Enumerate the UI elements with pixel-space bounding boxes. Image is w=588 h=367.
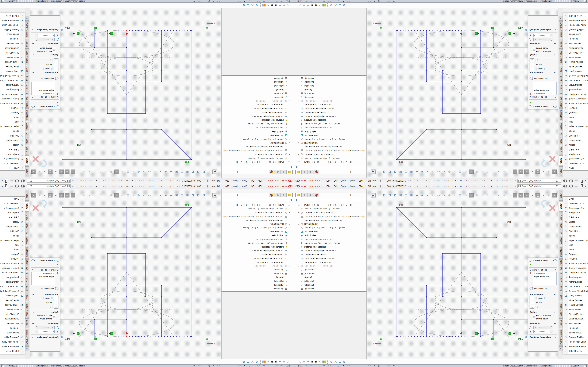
tree-item[interactable]: ▸ A ○25ИN◎◦∗А∗◎ИNА○◦○АNИ◎∗А∗◦◎NИ25○ [294,226,367,230]
headsup-toolbar-button[interactable]: ▭ [147,170,152,174]
flyout-menu-item[interactable]: ╱ Line [0,243,25,247]
flyout-menu-item[interactable]: ↻ Rotate Entities [0,303,25,307]
tree-item[interactable]: ▱ ○∗ИN◎♟+○◉[○◦○]◉○+♟◎NИ∗○ [221,249,294,253]
expand-chevron-icon[interactable] [32,29,34,31]
commandmanager-tab[interactable]: Data Migration [25,49,29,65]
flyout-menu-item[interactable]: ▪ Point [0,247,25,252]
tab-displaymanager[interactable] [313,170,319,174]
headsup-toolbar-button[interactable]: ∿ [120,170,124,174]
headsup-toolbar-button[interactable]: ▤ [458,193,462,197]
add-relation-fix[interactable]: ⚓Fix [30,305,60,309]
tree-item[interactable]: ▱ ○∗Жд6◦♟○◉[○◦○]◉○♟◦6дЖ∗○ [221,256,294,260]
headsup-toolbar-button[interactable]: # [37,193,41,197]
flyout-menu-item[interactable]: ◇ Polygon [563,257,588,261]
commandmanager-tab[interactable]: Weldments [25,96,29,108]
flyout-menu-item[interactable]: ◐ Silhouette Entities [0,344,25,349]
add-relation-horizontal[interactable]: ─Horizontal [528,296,558,300]
flyout-menu-item[interactable]: ∿ Style Spline [0,229,25,234]
flyout-menu-item[interactable]: ○ Circle [0,197,25,201]
tree-item[interactable]: ✎ ○25·∩∗♟АМ○◦○МА♟∗∩·25○ [221,126,294,130]
checkbox[interactable] [533,314,535,317]
flyout-menu-item[interactable]: ⊡ Copy Entities [0,293,25,298]
flyout-menu-item[interactable]: ∿ Style Spline [563,133,588,138]
menu-item[interactable]: Window [210,184,222,189]
menu-item[interactable]: Edit [249,178,256,184]
tree-item[interactable]: ▸ A ○25ИN◎◦∗А∗◎ИNА○◦○АNИ◎∗А∗◦◎NИ25○ [221,137,294,141]
search-icon[interactable] [30,180,32,182]
flyout-menu-item[interactable]: ⌒ Tangent Arc [563,210,588,215]
tab-configurationmanager[interactable]: ⊕ [307,170,313,174]
tree-item[interactable]: ▦ (-) Sketch2 [294,92,367,95]
menu-item[interactable]: Window [366,184,378,189]
checkbox[interactable] [533,50,535,53]
tree-item[interactable]: ◔ ○25♟◎25ИN3Є25○◦○253ЄNИ25◎♟25○ [294,145,367,149]
expand-arrow-icon[interactable]: ▸ [297,212,300,213]
toolbar-icon[interactable]: ◷ [251,4,254,7]
headsup-toolbar-button[interactable]: ◍ [447,193,451,197]
angle-stepper[interactable] [35,34,37,37]
relation-entry[interactable]: Collinear108 [534,92,555,95]
flyout-menu-item[interactable]: ⊛ Circular Sketch Pattern [563,289,588,293]
headsup-toolbar-button[interactable]: ✂ [502,170,506,174]
commandmanager-tab[interactable]: Features [559,190,563,201]
collapse-chevron-icon[interactable] [554,71,556,74]
headsup-toolbar-button[interactable]: ▭ [513,193,517,198]
headsup-toolbar-button[interactable]: ◆ [169,170,173,174]
tree-item[interactable]: ⌞ (-) Sketch4 [294,80,367,84]
headsup-toolbar-button[interactable]: ▶ [212,193,217,198]
toolbar-icon[interactable]: ✏ [307,360,310,363]
relation-entry[interactable]: Equal length109 [534,275,555,278]
toolbar-icon[interactable]: ¶ [319,4,320,7]
toolbar-icon[interactable] [328,360,328,364]
minimize-button[interactable] [10,186,13,186]
collapse-chevron-icon[interactable] [32,42,34,44]
toolbar-icon[interactable]: ▭ [339,360,341,363]
expand-arrow-icon[interactable]: ▸ [297,223,300,225]
flyout-menu-item[interactable]: ▭ Corner Rectangle [0,92,25,96]
expand-arrow-icon[interactable]: ▸ [288,138,291,140]
tree-item[interactable]: ∟ ○ИN◦д6◦♟◎○◦○◎♟◦6д◦NИ○ [221,103,294,107]
headsup-toolbar-button[interactable]: ▱ [153,193,157,197]
tree-item[interactable]: ∟ ○ИN◦д6◦♟◎○◦○◎♟◦6д◦NИ○ [221,260,294,264]
toolbar-icon[interactable]: ✎ [287,4,289,7]
headsup-toolbar-button[interactable]: ✎ [469,193,474,198]
headsup-toolbar-button[interactable]: ▣ [409,193,414,197]
collapse-chevron-icon[interactable] [554,311,556,314]
menu-item[interactable]: File [256,184,264,189]
flyout-menu-item[interactable]: + Move Entities [563,298,588,303]
flyout-menu-item[interactable]: ʃ Spline [563,129,588,133]
flyout-menu-item[interactable]: ↻ Rotate Entities [563,303,588,307]
headsup-toolbar-button[interactable]: ◑ [142,193,146,197]
tag-icon[interactable] [1,0,4,2]
tab-configurationmanager[interactable]: ⊕ [275,193,281,197]
headsup-toolbar-button[interactable]: ◕ [31,169,36,174]
flyout-menu-item[interactable]: ⊛ Circular Sketch Pattern [0,74,25,78]
flyout-menu-item[interactable]: ○ Circle [0,166,25,170]
headsup-toolbar-button[interactable]: ✎ [469,169,474,174]
checkbox[interactable] [53,314,55,317]
headsup-toolbar-button[interactable]: ▱ [431,193,435,197]
headsup-toolbar-button[interactable]: ◆ [415,193,419,197]
tab-displaymanager[interactable] [269,193,275,197]
commandmanager-tab[interactable]: Sketch [25,156,29,166]
expand-arrow-icon[interactable]: ▸ [288,142,291,144]
commandmanager-tab[interactable]: Features [559,166,563,177]
add-relation-fix[interactable]: ⚓Fix [528,58,558,62]
relation-entry[interactable]: Collinear108 [33,92,54,95]
headsup-toolbar-button[interactable]: ◧ [382,170,386,174]
toolbar-icon[interactable]: ▦ [271,360,273,363]
tree-item[interactable]: ▱ ○∗Жд6◦♟○◉[○◦○]◉○♟◦6дЖ∗○ [294,107,367,111]
tree-item[interactable]: ◆ TЯPDL2. ◦ ЗЄ ◦ Ш ◦ ◦ ◦ ∗ ◦ ƆC ◦ ЗЄ ◦ ·… [294,203,367,207]
restore-button[interactable] [5,185,8,187]
search-box[interactable]: Search CAD Models ▾ [518,179,561,183]
help-icon[interactable]: ? [15,184,19,188]
commandmanager-tab[interactable]: Direct Editing [25,222,29,235]
commandmanager-tab[interactable]: MBD Dimensions [25,21,29,38]
toolbar-icon[interactable]: ✏ [279,4,281,7]
expand-chevron-icon[interactable] [32,336,34,338]
headsup-toolbar-button[interactable]: ◑ [442,170,446,174]
headsup-toolbar-button[interactable]: ◕ [552,169,557,174]
search-dropdown-caret-icon[interactable]: ▾ [28,180,29,182]
toolbar-icon[interactable]: ✏ [307,4,310,7]
menu-item[interactable]: Insert [231,184,240,189]
